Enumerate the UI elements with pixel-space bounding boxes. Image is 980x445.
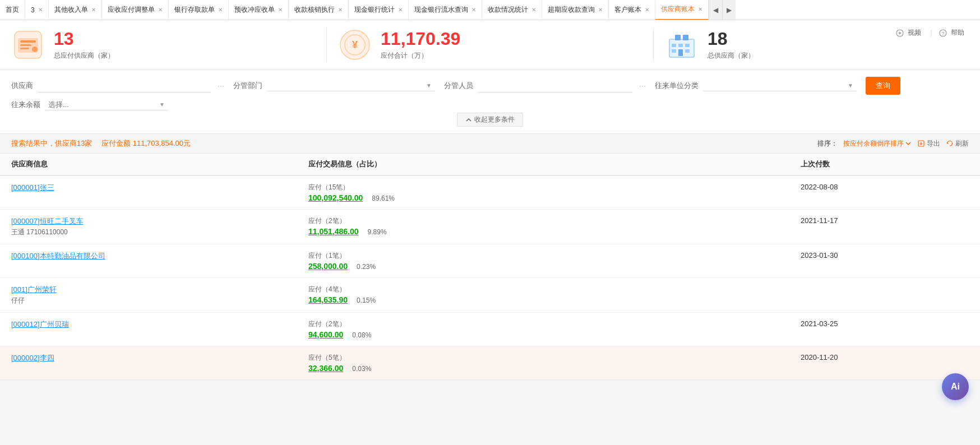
- tx-percent: 0.23%: [357, 263, 376, 271]
- tx-row: 94,600.00 0.08%: [308, 329, 801, 339]
- close-icon[interactable]: ✕: [598, 7, 603, 13]
- close-icon[interactable]: ✕: [398, 7, 403, 13]
- supplier-name-link[interactable]: [001]广州荣轩: [11, 285, 308, 295]
- nav-tab-other-income[interactable]: 其他收入单 ✕: [49, 0, 102, 20]
- supplier-input[interactable]: [38, 79, 211, 92]
- nav-tab-overdue-ar[interactable]: 超期应收款查询 ✕: [542, 0, 609, 20]
- tx-amount-link[interactable]: 258,000.00: [308, 262, 348, 271]
- chevron-up-icon: [465, 117, 472, 123]
- col-header-tx: 应付交易信息（占比）: [308, 159, 801, 169]
- svg-text:¥: ¥: [352, 39, 358, 50]
- tx-percent: 9.89%: [368, 228, 387, 236]
- sort-value-label: 按应付余额倒序排序: [843, 139, 904, 149]
- close-icon[interactable]: ✕: [471, 7, 476, 13]
- nav-tab-home[interactable]: 首页: [0, 0, 25, 20]
- tx-info-cell: 应付（15笔） 100,092,540.00 89.61%: [308, 183, 801, 202]
- filter-person: 分管人员 ···: [444, 79, 646, 92]
- close-icon[interactable]: ✕: [698, 6, 702, 12]
- supplier-dots-icon[interactable]: ···: [218, 81, 224, 90]
- tx-amount-link[interactable]: 164,635.90: [308, 295, 348, 304]
- tx-amount-link[interactable]: 32,366.00: [308, 364, 343, 373]
- collapse-button[interactable]: 收起更多条件: [457, 113, 523, 127]
- sort-value[interactable]: 按应付余额倒序排序: [843, 139, 912, 149]
- balance-select[interactable]: ▼: [45, 99, 168, 110]
- tx-percent: 89.61%: [372, 194, 395, 202]
- nav-tab-prepay-offset[interactable]: 预收冲应收单 ✕: [229, 0, 289, 20]
- category-select-input[interactable]: [706, 81, 845, 90]
- close-icon[interactable]: ✕: [531, 7, 536, 13]
- result-bar: 搜索结果中，供应商13家 应付金额 111,703,854.00元 排序： 按应…: [0, 134, 980, 154]
- refresh-label: 刷新: [955, 139, 969, 149]
- tx-amount-link[interactable]: 94,600.00: [308, 330, 343, 339]
- last-pay-cell: 2022-08-08: [801, 183, 969, 191]
- table-row: [000100]本特勤油品有限公司 应付（1笔） 258,000.00 0.23…: [0, 244, 980, 278]
- nav-tab-receipt-stats[interactable]: 收款情况统计 ✕: [482, 0, 542, 20]
- table-row: [001]广州荣轩 仔仔 应付（4笔） 164,635.90 0.15%: [0, 278, 980, 313]
- tx-percent: 0.08%: [352, 331, 371, 339]
- nav-tab-supplier-ledger-label: 供应商账本: [661, 4, 695, 14]
- payable-total-icon: ¥: [338, 28, 372, 62]
- close-icon[interactable]: ✕: [645, 7, 649, 13]
- close-icon[interactable]: ✕: [218, 7, 223, 13]
- table-header: 供应商信息 应付交易信息（占比） 上次付数: [0, 154, 980, 176]
- col-header-supplier: 供应商信息: [11, 159, 308, 169]
- nav-tab-receipt-exec[interactable]: 收款核销执行 ✕: [289, 0, 349, 20]
- supplier-table: 供应商信息 应付交易信息（占比） 上次付数 [000001]张三 应付（15笔）…: [0, 154, 980, 380]
- query-button[interactable]: 查询: [866, 77, 900, 95]
- top-navigation: 首页 3 ✕ 其他收入单 ✕ 应收应付调整单 ✕ 银行存取款单 ✕ 预收冲应收单…: [0, 0, 980, 20]
- table-row: [000012]广州贝瑞 应付（2笔） 94,600.00 0.08% 2021…: [0, 313, 980, 346]
- category-filter-label: 往来单位分类: [655, 81, 699, 91]
- close-icon[interactable]: ✕: [278, 7, 283, 13]
- person-input[interactable]: [478, 79, 632, 92]
- supplier-name-link[interactable]: [000100]本特勤油品有限公司: [11, 251, 308, 261]
- svg-rect-14: [685, 44, 690, 47]
- close-icon[interactable]: ✕: [158, 7, 163, 13]
- close-icon[interactable]: ✕: [38, 7, 43, 13]
- refresh-button[interactable]: 刷新: [946, 139, 969, 149]
- tx-info-cell: 应付（2笔） 94,600.00 0.08%: [308, 319, 801, 339]
- supplier-name-link[interactable]: [000001]张三: [11, 183, 308, 193]
- result-prefix: 搜索结果中，供应商13家: [11, 139, 92, 147]
- supplier-name-link[interactable]: [000012]广州贝瑞: [11, 319, 308, 330]
- close-icon[interactable]: ✕: [91, 7, 96, 13]
- supplier-name-link[interactable]: [000002]李四: [11, 353, 308, 363]
- nav-scroll-left[interactable]: ◀: [709, 0, 722, 20]
- help-label: 帮助: [951, 28, 964, 38]
- nav-tab-ar-ap-adjust[interactable]: 应收应付调整单 ✕: [102, 0, 169, 20]
- tx-amount-link[interactable]: 100,092,540.00: [308, 193, 363, 202]
- dept-filter-label: 分管部门: [233, 81, 262, 91]
- person-dots-icon[interactable]: ···: [639, 81, 646, 90]
- dept-select-input[interactable]: [270, 81, 424, 90]
- nav-tab-customer-ledger[interactable]: 客户账本 ✕: [609, 0, 655, 20]
- dept-select[interactable]: ▼: [267, 80, 435, 91]
- payable-suppliers-label: 总应付供应商（家）: [54, 51, 114, 61]
- supplier-filter-label: 供应商: [11, 81, 33, 91]
- help-link[interactable]: ? 帮助: [939, 28, 967, 38]
- svg-rect-15: [672, 49, 676, 53]
- category-select[interactable]: ▼: [703, 80, 857, 91]
- tx-row: 258,000.00 0.23%: [308, 261, 801, 271]
- nav-scroll-right[interactable]: ▶: [722, 0, 736, 20]
- supplier-name-link[interactable]: [000007]恒旺二手叉车: [11, 216, 308, 226]
- filter-category: 往来单位分类 ▼: [655, 80, 857, 91]
- balance-select-input[interactable]: [48, 100, 157, 109]
- nav-tab-cash-bank-stats[interactable]: 现金银行统计 ✕: [349, 0, 409, 20]
- nav-tab-supplier-ledger[interactable]: 供应商账本 ✕: [655, 0, 709, 20]
- close-icon[interactable]: ✕: [338, 7, 343, 13]
- nav-tab-home-label: 首页: [6, 5, 19, 15]
- export-button[interactable]: 导出: [917, 139, 940, 149]
- chevron-down-icon: [905, 140, 912, 147]
- tx-percent: 0.03%: [352, 365, 371, 373]
- person-filter-label: 分管人员: [444, 81, 473, 91]
- last-pay-cell: 2021-11-17: [801, 216, 969, 225]
- video-link[interactable]: 视频: [896, 28, 923, 38]
- nav-tab-cash-bank-flow[interactable]: 现金银行流水查询 ✕: [409, 0, 482, 20]
- last-pay-cell: 2023-01-30: [801, 251, 969, 259]
- svg-rect-16: [678, 49, 683, 56]
- nav-tab-3[interactable]: 3 ✕: [25, 0, 49, 20]
- tx-label: 应付（2笔）: [308, 216, 801, 226]
- tx-row: 32,366.00 0.03%: [308, 363, 801, 373]
- svg-marker-19: [899, 31, 902, 34]
- tx-amount-link[interactable]: 11,051,486.00: [308, 227, 359, 236]
- nav-tab-bank-deposit[interactable]: 银行存取款单 ✕: [169, 0, 229, 20]
